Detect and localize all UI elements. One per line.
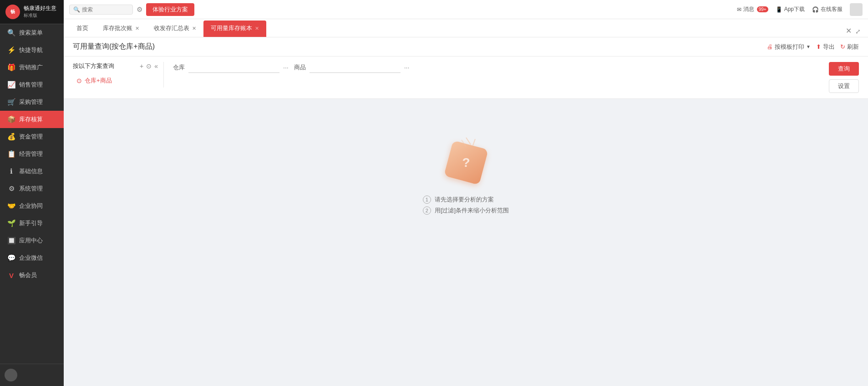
tip-num-2: 2 xyxy=(423,206,431,215)
topbar: 🔍 ⚙ 体验行业方案 ✉ 消息 99+ 📱 App下载 🎧 在线客服 xyxy=(64,0,868,19)
industry-btn[interactable]: 体验行业方案 xyxy=(146,3,194,16)
sidebar-item-label: 采购管理 xyxy=(19,98,43,106)
add-scheme-btn[interactable]: + xyxy=(140,62,143,70)
sidebar-item-label: 经营管理 xyxy=(19,150,43,158)
svg-line-0 xyxy=(466,138,471,144)
sidebar-item-inventory[interactable]: 📦 库存核算 xyxy=(0,111,64,128)
sidebar-item-label: 营销推广 xyxy=(19,63,43,72)
sidebar-item-purchase[interactable]: 🛒 采购管理 xyxy=(0,93,64,111)
message-btn[interactable]: ✉ 消息 99+ xyxy=(737,5,768,13)
sidebar-item-label: 搜索菜单 xyxy=(19,29,43,37)
vip-icon: V xyxy=(7,272,15,279)
warehouse-input[interactable] xyxy=(188,62,279,73)
refresh-btn[interactable]: ↻ 刷新 xyxy=(840,43,859,51)
settings-btn[interactable]: 设置 xyxy=(829,79,859,93)
sidebar-item-wechat[interactable]: 💬 企业微信 xyxy=(0,249,64,267)
sidebar-item-label: 应用中心 xyxy=(19,237,43,245)
wechat-icon: 💬 xyxy=(7,254,15,262)
refresh-icon: ↻ xyxy=(840,43,845,50)
tab-close-batch-account[interactable]: ✕ xyxy=(135,26,139,31)
tab-home[interactable]: 首页 xyxy=(69,21,96,37)
topbar-search-box[interactable]: 🔍 xyxy=(69,5,133,15)
tip-text-1: 请先选择要分析的方案 xyxy=(435,196,494,204)
filter-scheme-header: 按以下方案查询 + ⊙ « xyxy=(73,62,158,70)
main-area: 🔍 ⚙ 体验行业方案 ✉ 消息 99+ 📱 App下载 🎧 在线客服 首 xyxy=(64,0,868,386)
tabbar-close-btn[interactable]: ✕ xyxy=(844,25,853,37)
sidebar-item-guide[interactable]: 🌱 新手引导 xyxy=(0,215,64,232)
operations-icon: 📋 xyxy=(7,150,15,158)
print-icon: 🖨 xyxy=(767,43,773,50)
sidebar-item-label: 畅会员 xyxy=(19,271,37,279)
topbar-actions: ✉ 消息 99+ 📱 App下载 🎧 在线客服 xyxy=(737,3,863,16)
page-content: 可用量查询(按仓库+商品) 🖨 按模板打印 ▼ ⬆ 导出 ↻ 刷新 xyxy=(64,37,868,386)
filter-right-actions: 查询 设置 xyxy=(820,62,859,93)
sidebar-nav: 🔍 搜索菜单 ⚡ 快捷导航 🎁 营销推广 📈 销售管理 🛒 采购管理 📦 库存核… xyxy=(0,24,64,364)
app-download-btn[interactable]: 📱 App下载 xyxy=(776,5,805,13)
settings-icon[interactable]: ⚙ xyxy=(137,5,142,14)
filter-fields: 仓库 ··· 商品 ··· xyxy=(164,62,820,73)
scheme-item-label: 仓库+商品 xyxy=(85,77,112,85)
goods-input[interactable] xyxy=(310,62,401,73)
tab-batch-account[interactable]: 库存批次账 ✕ xyxy=(96,21,147,37)
chevron-down-icon: ▼ xyxy=(806,44,811,49)
sidebar-item-sales[interactable]: 📈 销售管理 xyxy=(0,76,64,93)
sidebar-item-label: 新手引导 xyxy=(19,219,43,227)
sidebar-item-marketing[interactable]: 🎁 营销推广 xyxy=(0,59,64,76)
filter-field-warehouse: 仓库 ··· xyxy=(173,62,289,73)
export-btn[interactable]: ⬆ 导出 xyxy=(816,43,835,51)
filter-field-goods: 商品 ··· xyxy=(294,62,410,73)
tabbar: 首页 库存批次账 ✕ 收发存汇总表 ✕ 可用量库存账本 ✕ ✕ ⤢ xyxy=(64,19,868,37)
app-center-icon: 🔲 xyxy=(7,237,15,245)
warehouse-more-btn[interactable]: ··· xyxy=(283,64,289,71)
tab-available-ledger[interactable]: 可用量库存账本 ✕ xyxy=(203,21,266,37)
finance-icon: 💰 xyxy=(7,133,15,141)
tab-receipt-summary[interactable]: 收发存汇总表 ✕ xyxy=(147,21,203,37)
tabbar-expand-btn[interactable]: ⤢ xyxy=(853,26,863,37)
message-icon: ✉ xyxy=(737,6,741,13)
empty-tip-1: 1 请先选择要分析的方案 xyxy=(423,196,509,204)
tab-close-receipt-summary[interactable]: ✕ xyxy=(192,26,196,31)
sidebar-item-system[interactable]: ⚙ 系统管理 xyxy=(0,180,64,197)
search-icon: 🔍 xyxy=(7,29,15,37)
sidebar-item-vip[interactable]: V 畅会员 xyxy=(0,267,64,284)
sidebar-item-label: 销售管理 xyxy=(19,81,43,89)
filter-scheme-panel: 按以下方案查询 + ⊙ « ⊙ 仓库+商品 xyxy=(73,62,164,87)
app-download-label: App下载 xyxy=(784,5,805,13)
sidebar-user-profile[interactable] xyxy=(0,364,64,386)
user-avatar[interactable] xyxy=(850,3,863,16)
sidebar-item-label: 快捷导航 xyxy=(19,46,43,54)
system-icon: ⚙ xyxy=(7,185,15,193)
sidebar-item-basic-info[interactable]: ℹ 基础信息 xyxy=(0,163,64,180)
empty-tip-2: 2 用[过滤]条件来缩小分析范围 xyxy=(423,206,509,215)
sales-icon: 📈 xyxy=(7,81,15,89)
sidebar-item-quick-nav[interactable]: ⚡ 快捷导航 xyxy=(0,41,64,59)
sidebar-item-finance[interactable]: 💰 资金管理 xyxy=(0,128,64,145)
goods-label: 商品 xyxy=(294,63,306,72)
sidebar-header: 畅 畅康通好生意 标准版 xyxy=(0,0,64,24)
goods-more-btn[interactable]: ··· xyxy=(404,64,410,71)
svg-line-1 xyxy=(473,139,475,145)
guide-icon: 🌱 xyxy=(7,219,15,227)
sidebar-item-cooperation[interactable]: 🤝 企业协同 xyxy=(0,197,64,215)
scheme-item-warehouse-goods[interactable]: ⊙ 仓库+商品 xyxy=(73,74,158,87)
tab-close-available-ledger[interactable]: ✕ xyxy=(255,26,259,31)
empty-illustration-svg xyxy=(439,135,493,190)
page-title: 可用量查询(按仓库+商品) xyxy=(73,42,155,51)
scheme-collapse-btn[interactable]: « xyxy=(154,62,158,70)
sidebar-item-label: 资金管理 xyxy=(19,133,43,141)
marketing-icon: 🎁 xyxy=(7,63,15,72)
sidebar-item-operations[interactable]: 📋 经营管理 xyxy=(0,145,64,163)
sidebar-item-search[interactable]: 🔍 搜索菜单 xyxy=(0,24,64,41)
export-icon: ⬆ xyxy=(816,43,821,50)
quick-nav-icon: ⚡ xyxy=(7,46,15,54)
search-input[interactable] xyxy=(82,6,123,13)
print-btn[interactable]: 🖨 按模板打印 ▼ xyxy=(767,43,811,51)
sidebar-brand-subtitle: 标准版 xyxy=(24,12,56,19)
online-service-btn[interactable]: 🎧 在线客服 xyxy=(812,5,843,13)
inventory-icon: 📦 xyxy=(7,115,15,124)
sidebar-item-app-center[interactable]: 🔲 应用中心 xyxy=(0,232,64,249)
cooperation-icon: 🤝 xyxy=(7,202,15,210)
sidebar-item-label: 企业微信 xyxy=(19,254,43,262)
scheme-settings-btn[interactable]: ⊙ xyxy=(146,62,152,70)
query-btn[interactable]: 查询 xyxy=(829,62,859,76)
